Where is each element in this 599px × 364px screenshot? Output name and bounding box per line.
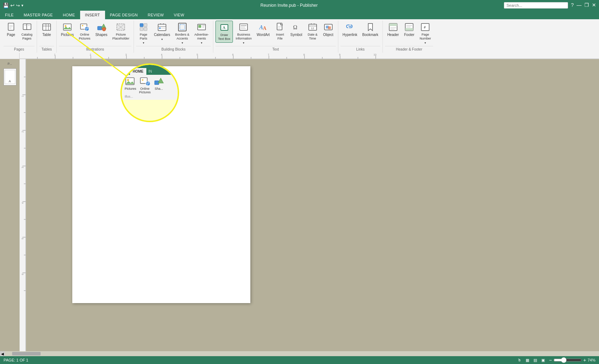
calendars-button[interactable]: Calendars ▾ bbox=[152, 21, 172, 43]
zoom-level-label: 74% bbox=[588, 358, 595, 362]
canvas-area[interactable] bbox=[26, 59, 599, 358]
status-bar: PAGE: 1 OF 1 🖱 ▦ ▤ ▣ − + 74% bbox=[0, 356, 599, 364]
undo-icon[interactable]: ↩ bbox=[10, 2, 15, 8]
zoom-out-button[interactable]: − bbox=[549, 357, 552, 363]
ribbon-group-text: A DrawText Box BusinessInformation ▾ A A bbox=[213, 21, 338, 53]
ribbon-group-building-blocks: PageParts ▾ Calendars ▾ bbox=[134, 21, 213, 53]
online-pictures-button[interactable]: OnlinePictures bbox=[77, 21, 93, 42]
hyperlink-label: Hyperlink bbox=[343, 33, 358, 37]
ribbon-group-header-footer: Header Footer # PageNumber ▾ He bbox=[383, 21, 435, 53]
svg-text:7: 7 bbox=[268, 53, 269, 56]
symbol-button[interactable]: Ω Symbol bbox=[288, 21, 304, 38]
page-parts-label: PageParts bbox=[140, 33, 147, 41]
page-icon bbox=[6, 22, 16, 32]
catalog-pages-button[interactable]: CatalogPages bbox=[19, 21, 35, 42]
page-parts-icon bbox=[139, 22, 149, 32]
wordart-icon: A A bbox=[258, 22, 268, 32]
advertisements-label: Advertise-ments bbox=[194, 33, 209, 41]
tab-home[interactable]: HOME bbox=[58, 11, 80, 19]
header-footer-group-label: Header & Footer bbox=[385, 46, 433, 53]
shapes-icon bbox=[97, 22, 106, 32]
title-bar: 💾 ↩ ↪ ▾ Reunion Invite.pub - Publisher ?… bbox=[0, 0, 599, 11]
date-time-button[interactable]: 12 Date &Time bbox=[305, 21, 320, 42]
tables-group-label: Tables bbox=[39, 46, 54, 53]
svg-rect-61 bbox=[328, 26, 331, 29]
online-pictures-label: OnlinePictures bbox=[79, 33, 90, 41]
business-information-button[interactable]: BusinessInformation ▾ bbox=[234, 21, 254, 46]
bookmark-button[interactable]: Bookmark bbox=[360, 21, 380, 38]
borders-accents-button[interactable]: Borders &Accents ▾ bbox=[173, 21, 192, 46]
insert-file-button[interactable]: InsertFile bbox=[272, 21, 287, 42]
tab-master-page[interactable]: MASTER PAGE bbox=[19, 11, 58, 19]
zoom-shapes-label: Sha... bbox=[155, 87, 163, 90]
pictures-button[interactable]: Pictures bbox=[59, 21, 76, 38]
svg-text:Ω: Ω bbox=[293, 24, 297, 30]
horizontal-scrollbar[interactable]: ◀ bbox=[0, 351, 599, 356]
header-button[interactable]: Header bbox=[385, 21, 401, 38]
tab-file[interactable]: FILE bbox=[0, 11, 19, 19]
header-icon bbox=[388, 22, 398, 32]
date-time-label: Date &Time bbox=[308, 33, 318, 41]
view-outline-icon[interactable]: ▤ bbox=[533, 358, 537, 363]
view-normal-icon[interactable]: ▦ bbox=[526, 358, 529, 363]
building-blocks-group-label: Building Blocks bbox=[136, 46, 211, 53]
view-master-icon[interactable]: ▣ bbox=[541, 358, 545, 363]
customize-qat-icon[interactable]: ▾ bbox=[21, 3, 24, 8]
page-thumbnail[interactable]: A bbox=[4, 68, 16, 85]
scroll-left-button[interactable]: ◀ bbox=[0, 351, 5, 356]
pages-panel-label: P... bbox=[7, 62, 12, 66]
zoom-tab-in: IN bbox=[146, 68, 154, 75]
svg-text:8: 8 bbox=[303, 53, 305, 56]
svg-text:1: 1 bbox=[21, 95, 24, 97]
thumb-label: A bbox=[9, 79, 11, 83]
svg-text:6: 6 bbox=[21, 274, 24, 275]
tab-view[interactable]: VIEW bbox=[169, 11, 189, 19]
table-button[interactable]: Table bbox=[39, 21, 54, 38]
zoom-in-button[interactable]: + bbox=[583, 357, 586, 363]
help-button[interactable]: ? bbox=[571, 2, 574, 9]
page-button[interactable]: Page bbox=[4, 21, 19, 38]
draw-text-box-button[interactable]: A DrawText Box bbox=[215, 21, 233, 43]
footer-button[interactable]: Footer bbox=[402, 21, 417, 38]
zoom-online-pictures-btn: OnlinePictures bbox=[139, 77, 151, 94]
object-button[interactable]: Object bbox=[321, 21, 336, 38]
save-icon[interactable]: 💾 bbox=[3, 2, 9, 8]
hyperlink-button[interactable]: Hyperlink bbox=[340, 21, 360, 38]
svg-text:3: 3 bbox=[125, 53, 127, 56]
page-number-icon: # bbox=[420, 22, 430, 32]
wordart-button[interactable]: A A WordArt bbox=[255, 21, 272, 38]
redo-icon[interactable]: ↪ bbox=[16, 3, 20, 8]
ruler-left-svg: 1 2 3 4 5 6 bbox=[20, 59, 26, 358]
header-label: Header bbox=[387, 33, 399, 37]
shapes-button[interactable]: Shapes bbox=[93, 21, 110, 38]
svg-point-14 bbox=[65, 25, 67, 27]
tab-page-design[interactable]: PAGE DESIGN bbox=[105, 11, 143, 19]
zoom-slider[interactable] bbox=[553, 357, 582, 363]
zoom-annotation-circle: E HOME IN Pictures bbox=[120, 63, 179, 122]
ruler-top-svg: 1 2 3 4 5 6 7 8 bbox=[20, 53, 599, 59]
minimize-button[interactable]: — bbox=[577, 2, 582, 9]
zoom-pictures-label: Pictures bbox=[125, 87, 136, 90]
scrollbar-thumb-h[interactable] bbox=[12, 352, 41, 355]
zoom-tab-home: HOME bbox=[130, 68, 146, 75]
advertisements-button[interactable]: Advertise-ments ▾ bbox=[192, 21, 211, 46]
picture-placeholder-icon bbox=[116, 22, 126, 32]
online-pictures-icon bbox=[79, 22, 89, 32]
picture-placeholder-button[interactable]: PicturePlaceholder bbox=[110, 21, 132, 42]
search-input[interactable] bbox=[504, 2, 568, 9]
svg-point-20 bbox=[102, 27, 106, 31]
svg-text:6: 6 bbox=[232, 53, 234, 56]
page-parts-button[interactable]: PageParts ▾ bbox=[136, 21, 151, 46]
svg-rect-73 bbox=[20, 53, 599, 59]
tab-insert[interactable]: INSERT bbox=[80, 11, 105, 19]
picture-placeholder-label: PicturePlaceholder bbox=[113, 33, 130, 41]
page-number-button[interactable]: # PageNumber ▾ bbox=[417, 21, 433, 46]
tab-review[interactable]: REVIEW bbox=[143, 11, 169, 19]
svg-rect-9 bbox=[43, 24, 51, 30]
maximize-button[interactable]: ❐ bbox=[584, 2, 589, 9]
borders-accents-icon bbox=[177, 22, 187, 32]
svg-text:4: 4 bbox=[161, 53, 162, 56]
close-button[interactable]: ✕ bbox=[592, 2, 596, 9]
symbol-label: Symbol bbox=[290, 33, 302, 37]
page-label: Page bbox=[7, 33, 15, 37]
